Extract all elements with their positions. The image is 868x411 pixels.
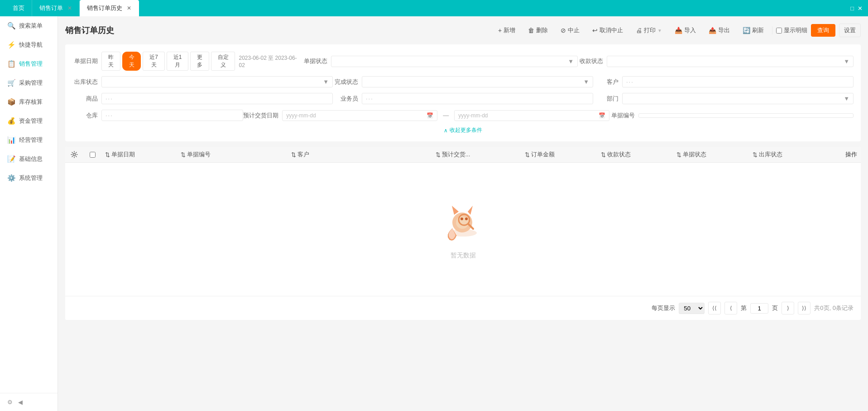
page-number-input[interactable] <box>750 303 768 314</box>
warehouse-input[interactable]: ··· <box>101 110 243 121</box>
date-yesterday[interactable]: 昨天 <box>101 52 120 71</box>
sidebar-item-operations[interactable]: 📊 经营管理 <box>0 131 58 150</box>
sidebar-item-quick-nav[interactable]: ⚡ 快捷导航 <box>0 35 58 54</box>
page-size-select[interactable]: 50 10 20 100 <box>679 303 705 314</box>
stock-out-select[interactable]: ▼ <box>101 76 333 87</box>
topbar-restore[interactable]: □ <box>850 5 854 12</box>
table-settings-button[interactable] <box>65 151 83 158</box>
tab-home[interactable]: 首页 <box>5 0 32 16</box>
order-number-input[interactable] <box>638 113 854 118</box>
filter-panel: 单据日期 昨天 今天 近7天 近1月 更多 自定义 2023-06-02 至 2… <box>65 44 861 141</box>
order-number-label: 单据编号 <box>609 111 635 120</box>
select-all-checkbox[interactable] <box>90 152 96 158</box>
warehouse-label: 仓库 <box>72 111 98 120</box>
col-header-delivery[interactable]: ⇅ 预计交货... <box>432 150 522 159</box>
import-button[interactable]: 📥 导入 <box>670 24 700 37</box>
show-detail-checkbox-label[interactable]: 显示明细 <box>776 26 807 34</box>
topbar-close[interactable]: ✕ <box>858 5 863 12</box>
product-label: 商品 <box>72 95 98 103</box>
col-header-amount[interactable]: ⇅ 订单金额 <box>521 150 597 159</box>
date-custom[interactable]: 自定义 <box>211 52 235 71</box>
page-label-post: 页 <box>772 304 778 312</box>
date-range-display: 2023-06-02 至 2023-06-02 <box>239 54 302 68</box>
col-header-stock[interactable]: ⇅ 出库状态 <box>749 150 825 159</box>
sidebar-item-sales-mgmt-label: 销售管理 <box>19 60 43 68</box>
col-header-payment[interactable]: ⇅ 收款状态 <box>597 150 673 159</box>
sidebar-collapse-icon[interactable]: ◀ <box>18 399 23 406</box>
sidebar-item-search-menu-label: 搜索菜单 <box>19 22 43 30</box>
delete-button[interactable]: 🗑 删除 <box>523 24 552 37</box>
sidebar-item-purchase-mgmt[interactable]: 🛒 采购管理 <box>0 73 58 92</box>
sidebar-settings-icon[interactable]: ⚙ <box>7 399 13 406</box>
settings-label: 设置 <box>844 26 856 34</box>
search-menu-icon: 🔍 <box>7 22 15 30</box>
refresh-button[interactable]: 🔄 刷新 <box>738 24 768 37</box>
import-label: 导入 <box>684 26 696 34</box>
col-date-label: 单据日期 <box>111 150 135 159</box>
product-input[interactable]: ··· <box>101 93 333 104</box>
settings-button[interactable]: 设置 <box>839 24 861 37</box>
sidebar-item-system-mgmt-label: 系统管理 <box>19 174 43 182</box>
delete-label: 删除 <box>536 26 548 34</box>
date-today[interactable]: 今天 <box>122 52 141 71</box>
calendar-to-icon: 📅 <box>599 112 605 119</box>
customer-label: 客户 <box>593 78 619 86</box>
stop-button[interactable]: ⊘ 中止 <box>556 24 584 37</box>
date-more[interactable]: 更多 <box>190 52 209 71</box>
page-next-button[interactable]: ⟩ <box>782 302 794 314</box>
sidebar-item-finance[interactable]: 💰 资金管理 <box>0 111 58 131</box>
page-last-button[interactable]: ⟩⟩ <box>798 302 810 314</box>
expected-delivery-to[interactable]: yyyy-mm-dd 📅 <box>454 110 609 121</box>
expected-delivery-from[interactable]: yyyy-mm-dd 📅 <box>282 110 437 121</box>
sidebar-item-search-menu[interactable]: 🔍 搜索菜单 <box>0 16 58 35</box>
new-button[interactable]: + 新增 <box>494 24 520 37</box>
col-amount-sort-icon: ⇅ <box>525 151 530 158</box>
date-1month[interactable]: 近1月 <box>167 52 188 71</box>
page-first-button[interactable]: ⟨⟨ <box>708 302 721 314</box>
cancel-stop-button[interactable]: ↩ 取消中止 <box>588 24 628 37</box>
import-icon: 📥 <box>675 27 682 34</box>
salesperson-input[interactable]: ··· <box>362 93 593 104</box>
col-header-date[interactable]: ⇅ 单据日期 <box>101 150 177 159</box>
order-status-select[interactable]: ▼ <box>331 56 578 67</box>
show-detail-checkbox[interactable] <box>776 28 782 34</box>
svg-point-7 <box>465 218 468 220</box>
tab-sales-order-history-close[interactable]: ✕ <box>127 5 131 11</box>
toolbar: + 新增 🗑 删除 ⊘ 中止 ↩ 取消中止 🖨 打印 <box>494 24 861 37</box>
tab-sales-order[interactable]: 销售订单 ✕ <box>32 0 80 16</box>
quick-nav-icon: ⚡ <box>7 41 15 49</box>
sidebar-item-purchase-mgmt-label: 采购管理 <box>19 79 43 87</box>
complete-status-select[interactable]: ▼ <box>362 76 593 87</box>
sidebar-item-sales-mgmt[interactable]: 📋 销售管理 <box>0 54 58 73</box>
sidebar-item-base-info[interactable]: 📝 基础信息 <box>0 150 58 169</box>
department-select[interactable]: ▼ <box>622 93 854 104</box>
print-button[interactable]: 🖨 打印 ▼ <box>631 24 667 37</box>
inventory-icon: 📦 <box>7 98 15 106</box>
filter-row-1: 单据日期 昨天 今天 近7天 近1月 更多 自定义 2023-06-02 至 2… <box>72 52 854 71</box>
warehouse-dots: ··· <box>106 112 113 119</box>
tab-sales-order-history[interactable]: 销售订单历史 ✕ <box>80 0 139 16</box>
tab-home-label: 首页 <box>13 4 24 12</box>
col-header-customer[interactable]: ⇅ 客户 <box>288 150 432 159</box>
col-date-sort-icon: ⇅ <box>105 151 110 158</box>
col-customer-sort-icon: ⇅ <box>291 151 296 158</box>
col-header-number[interactable]: ⇅ 单据编号 <box>177 150 287 159</box>
payment-status-select[interactable]: ▼ <box>607 56 854 67</box>
salesperson-dots: ··· <box>366 95 374 102</box>
customer-input[interactable]: ··· <box>622 76 854 87</box>
print-icon: 🖨 <box>636 27 642 34</box>
col-header-status[interactable]: ⇅ 单据状态 <box>673 150 748 159</box>
col-num-label: 单据编号 <box>187 150 211 159</box>
export-button[interactable]: 📤 导出 <box>704 24 734 37</box>
sidebar-item-system-mgmt[interactable]: ⚙️ 系统管理 <box>0 169 58 188</box>
query-button[interactable]: 查询 <box>811 24 835 37</box>
content-area: 销售订单历史 + 新增 🗑 删除 ⊘ 中止 ↩ 取消中止 <box>58 16 868 411</box>
date-7days[interactable]: 近7天 <box>143 52 164 71</box>
toolbar-divider <box>772 26 772 34</box>
table-select-all[interactable] <box>83 152 101 158</box>
order-status-label: 单据状态 <box>302 57 327 65</box>
collapse-row[interactable]: ∧ 收起更多条件 <box>72 126 854 134</box>
tab-sales-order-close[interactable]: ✕ <box>67 5 72 11</box>
page-prev-button[interactable]: ⟨ <box>724 302 737 314</box>
sidebar-item-inventory[interactable]: 📦 库存核算 <box>0 92 58 111</box>
